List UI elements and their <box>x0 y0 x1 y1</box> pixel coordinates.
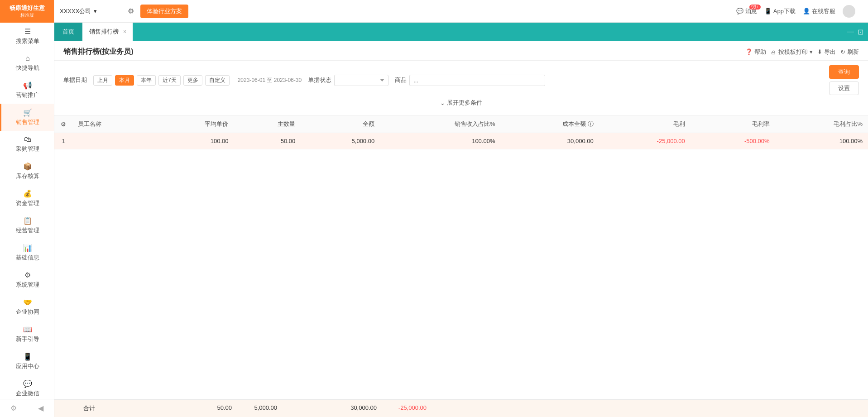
date-btn-7days[interactable]: 近7天 <box>158 75 181 86</box>
service-icon: 👤 <box>803 8 810 14</box>
sidebar-icon-13: 💬 <box>23 379 32 388</box>
app-download-btn[interactable]: 📱 App下载 <box>764 7 796 15</box>
sidebar-icon-12: 📱 <box>23 352 32 361</box>
expand-down-icon: ⌄ <box>440 100 445 106</box>
status-filter-select[interactable] <box>334 75 388 86</box>
sidebar-settings-btn[interactable]: ⚙ <box>10 404 17 412</box>
col-gross-rate: 毛利率 <box>691 115 775 133</box>
page-header: 销售排行榜(按业务员) ❓ 帮助 🖨 按模板打印 ▾ ⬇ 导出 ↻ 刷新 <box>54 41 868 61</box>
print-dropdown-icon: ▾ <box>810 48 813 55</box>
company-selector[interactable]: XXXXX公司 ▾ <box>60 7 123 15</box>
online-service-btn[interactable]: 👤 在线客服 <box>803 7 835 15</box>
status-filter-wrap: 单据状态 <box>308 75 388 86</box>
sidebar-item-0[interactable]: ☰搜索菜单 <box>0 23 54 50</box>
table-row: 1 100.00 50.00 5,000.00 100.00% 30,000.0… <box>54 133 868 149</box>
filter-row-1: 单据日期 上月 本月 本年 近7天 更多 自定义 2023-06-01 至 20… <box>63 65 859 95</box>
sidebar-item-11[interactable]: 📖新手引导 <box>0 321 54 348</box>
sidebar-item-10[interactable]: 🤝企业协同 <box>0 293 54 321</box>
sidebar-collapse-btn[interactable]: ◀ <box>38 404 43 412</box>
refresh-label: 刷新 <box>847 48 859 56</box>
tabbar: 首页 销售排行榜 × — ⊡ <box>54 23 868 41</box>
sidebar-item-2[interactable]: 📢营销推广 <box>0 77 54 104</box>
filter-actions: 查询 设置 <box>829 65 859 95</box>
col-cost: 成本全额 ⓘ <box>500 115 599 133</box>
topbar-gear-icon[interactable]: ⚙ <box>128 7 134 15</box>
export-btn[interactable]: ⬇ 导出 <box>817 48 836 56</box>
service-label: 在线客服 <box>812 7 835 15</box>
tab-sales-ranking[interactable]: 销售排行榜 × <box>82 23 133 41</box>
topbar: XXXXX公司 ▾ ⚙ 体验行业方案 💬 消息 99+ 📱 App下载 👤 在线… <box>54 0 868 23</box>
company-dropdown-icon: ▾ <box>94 8 97 14</box>
footer-empty <box>60 404 83 412</box>
sidebar-icon-4: 🛍 <box>24 135 31 144</box>
main-area: XXXXX公司 ▾ ⚙ 体验行业方案 💬 消息 99+ 📱 App下载 👤 在线… <box>54 0 868 417</box>
page-title: 销售排行榜(按业务员) <box>63 47 134 57</box>
tab-close-icon[interactable]: × <box>123 29 126 35</box>
col-employee: 员工名称 <box>72 115 153 133</box>
message-badge: 99+ <box>749 5 761 10</box>
print-btn[interactable]: 🖨 按模板打印 ▾ <box>771 48 813 56</box>
date-btn-custom[interactable]: 自定义 <box>205 75 230 86</box>
sidebar-item-9[interactable]: ⚙系统管理 <box>0 266 54 293</box>
col-sales-ratio: 销售收入占比% <box>380 115 500 133</box>
col-settings[interactable]: ⚙ <box>54 115 72 133</box>
cell-employee-0 <box>72 133 153 149</box>
tabbar-spacer <box>133 23 842 41</box>
col-avg-price: 平均单价 <box>153 115 234 133</box>
date-filter-label: 单据日期 <box>63 76 87 84</box>
content-area: 销售排行榜(按业务员) ❓ 帮助 🖨 按模板打印 ▾ ⬇ 导出 ↻ 刷新 <box>54 41 868 417</box>
sidebar-label-9: 系统管理 <box>16 281 39 289</box>
sidebar-label-7: 经营管理 <box>16 226 39 235</box>
app-label: App下载 <box>773 7 796 15</box>
col-qty: 主数量 <box>234 115 301 133</box>
sidebar: 畅康通好生意 标准版 ☰搜索菜单⌂快捷导航📢营销推广🛒销售管理🛍采购管理📦库存核… <box>0 0 54 417</box>
cell-gross-rate-0: -500.00% <box>691 133 775 149</box>
tab-maximize-btn[interactable]: ⊡ <box>858 28 863 36</box>
footer-label: 合计 <box>83 404 150 412</box>
sidebar-label-10: 企业协同 <box>16 308 39 316</box>
sidebar-item-13[interactable]: 💬企业微信 <box>0 375 54 399</box>
date-btn-more[interactable]: 更多 <box>183 75 202 86</box>
tab-home[interactable]: 首页 <box>54 23 82 41</box>
col-gross: 毛利 <box>599 115 691 133</box>
sidebar-item-4[interactable]: 🛍采购管理 <box>0 131 54 158</box>
sidebar-item-7[interactable]: 📋经营管理 <box>0 212 54 239</box>
expand-more-btn[interactable]: ⌄ 展开更多条件 <box>440 99 482 107</box>
cell-gross-0: -25,000.00 <box>599 133 691 149</box>
sidebar-item-6[interactable]: 💰资金管理 <box>0 185 54 212</box>
tab-sales-ranking-label: 销售排行榜 <box>89 28 119 36</box>
help-label: 帮助 <box>754 48 766 56</box>
sidebar-label-13: 企业微信 <box>16 389 39 398</box>
page-actions: ❓ 帮助 🖨 按模板打印 ▾ ⬇ 导出 ↻ 刷新 <box>745 48 859 56</box>
query-btn[interactable]: 查询 <box>829 65 859 79</box>
sidebar-item-5[interactable]: 📦库存核算 <box>0 158 54 185</box>
date-btn-this-year[interactable]: 本年 <box>137 75 156 86</box>
sidebar-item-1[interactable]: ⌂快捷导航 <box>0 50 54 77</box>
tab-home-label: 首页 <box>62 28 74 36</box>
goods-filter-input[interactable] <box>409 75 545 86</box>
refresh-btn[interactable]: ↻ 刷新 <box>840 48 859 56</box>
help-btn[interactable]: ❓ 帮助 <box>745 48 766 56</box>
tab-minimize-btn[interactable]: — <box>847 28 854 36</box>
user-avatar[interactable] <box>843 5 855 18</box>
cell-qty-0: 50.00 <box>234 133 301 149</box>
sidebar-label-0: 搜索菜单 <box>16 37 39 45</box>
app-logo: 畅康通好生意 标准版 <box>0 0 54 23</box>
goods-filter-wrap: 商品 <box>395 75 823 86</box>
date-btn-this-month[interactable]: 本月 <box>115 75 134 86</box>
sidebar-icon-6: 💰 <box>23 189 32 198</box>
message-btn[interactable]: 💬 消息 99+ <box>736 7 757 15</box>
sidebar-icon-0: ☰ <box>24 27 31 36</box>
app-subtitle: 标准版 <box>20 12 34 19</box>
trial-btn[interactable]: 体验行业方案 <box>140 5 188 18</box>
sidebar-label-3: 销售管理 <box>16 118 39 126</box>
footer-gross: -25,000.00 <box>377 404 427 412</box>
company-name: XXXXX公司 <box>60 7 91 15</box>
date-btn-last-month[interactable]: 上月 <box>93 75 112 86</box>
sidebar-item-8[interactable]: 📊基础信息 <box>0 239 54 266</box>
sidebar-item-3[interactable]: 🛒销售管理 <box>0 104 54 131</box>
table-header-row: ⚙ 员工名称 平均单价 主数量 全额 销售收入占比% 成本全额 ⓘ 毛利 毛利率… <box>54 115 868 133</box>
settings-btn[interactable]: 设置 <box>829 81 859 95</box>
table-wrap: ⚙ 员工名称 平均单价 主数量 全额 销售收入占比% 成本全额 ⓘ 毛利 毛利率… <box>54 115 868 399</box>
sidebar-item-12[interactable]: 📱应用中心 <box>0 348 54 375</box>
